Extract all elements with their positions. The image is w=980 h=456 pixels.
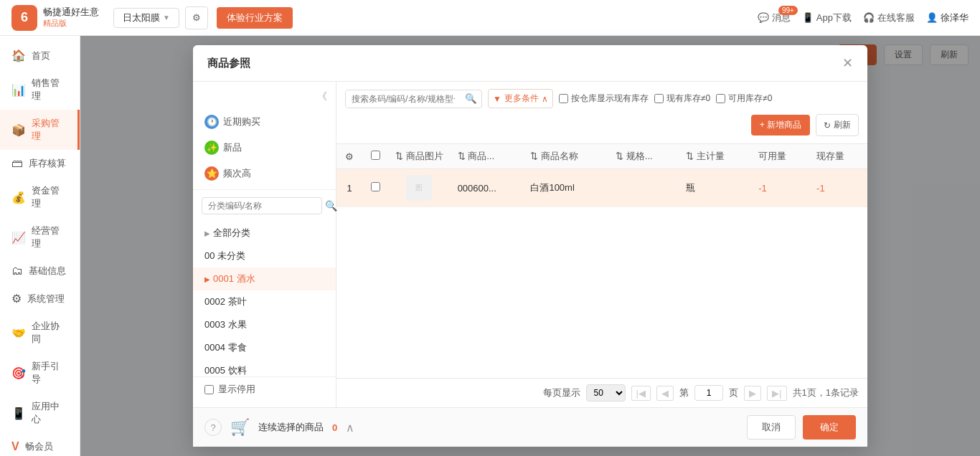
category-search-icon[interactable]: 🔍 (325, 200, 337, 212)
sidebar-item-enterprise[interactable]: 🤝 企业协同 (0, 313, 80, 353)
row-check[interactable] (362, 169, 388, 207)
category-tea[interactable]: 0002 茶叶 (193, 290, 336, 313)
col-available: 可用量 (751, 144, 809, 169)
service-link[interactable]: 🎧 在线客服 (863, 11, 915, 24)
close-button[interactable]: ✕ (842, 55, 853, 71)
logo-area: 6 畅捷通好生意 精品版 (11, 5, 99, 31)
per-page-label: 每页显示 (543, 386, 580, 399)
warehouse-stock-checkbox[interactable]: 按仓库显示现有库存 (559, 92, 649, 105)
add-product-button[interactable]: + 新增商品 (751, 115, 810, 136)
sidebar-item-sales[interactable]: 📊 销售管理 (0, 70, 80, 110)
row-unit: 瓶 (679, 169, 751, 207)
more-filter-button[interactable]: ▼ 更多条件 ∧ (488, 89, 553, 108)
disabled-checkbox-input[interactable] (204, 385, 214, 394)
content-area: 查询 设置 刷新 商品参照 ✕ 《 (80, 36, 980, 456)
category-fruit[interactable]: 0003 水果 (193, 313, 336, 336)
category-liquor[interactable]: ▶ 0001 酒水 (193, 267, 336, 290)
sidebar-item-inventory[interactable]: 🗃 库存核算 (0, 150, 80, 177)
sidebar-item-system[interactable]: ⚙ 系统管理 (0, 285, 80, 313)
first-page-button[interactable]: |◀ (631, 386, 651, 401)
product-search-button[interactable]: 🔍 (461, 93, 481, 104)
collapse-cart-button[interactable]: ∧ (346, 421, 354, 434)
available-nonzero-input[interactable] (716, 94, 725, 103)
left-panel: 《 🕐 近期购买 ✨ 新品 ⭐ 频次高 (193, 82, 336, 407)
sidebar-item-vip[interactable]: V 畅会员 (0, 433, 80, 456)
toolbar-right: + 新增商品 ↻ 刷新 (751, 114, 859, 136)
main-layout: 🏠 首页 📊 销售管理 📦 采购管理 🗃 库存核算 💰 资金管理 📈 经营管理 … (0, 36, 980, 456)
show-disabled-checkbox[interactable]: 显示停用 (204, 383, 324, 396)
row-name: 白酒100ml (523, 169, 608, 207)
refresh-icon: ↻ (824, 120, 831, 130)
product-search-wrap: 🔍 (345, 90, 482, 108)
prev-page-button[interactable]: ◀ (656, 386, 674, 401)
category-tree: ▶ 全部分类 00 未分类 ▶ 0001 酒水 0002 茶 (193, 219, 336, 376)
sidebar-item-purchase[interactable]: 📦 采购管理 (0, 110, 80, 150)
new-product-item[interactable]: ✨ 新品 (193, 135, 336, 161)
confirm-button[interactable]: 确定 (803, 415, 856, 440)
operations-icon: 📈 (11, 231, 26, 244)
page-size-select[interactable]: 50 20 100 (586, 384, 626, 402)
basic-info-icon: 🗂 (11, 265, 23, 277)
table-row[interactable]: 1 图 000600... 白酒100ml (336, 169, 867, 207)
category-search-input[interactable] (202, 197, 322, 214)
category-all[interactable]: ▶ 全部分类 (193, 222, 336, 244)
settings-icon[interactable]: ⚙ (345, 151, 354, 162)
product-table-wrap: ⚙ ⇅ 商品图片 (336, 144, 867, 378)
next-page-button[interactable]: ▶ (744, 386, 761, 401)
inventory-icon: 🗃 (11, 157, 23, 170)
category-uncategorized[interactable]: 00 未分类 (193, 244, 336, 267)
stock-nonzero-checkbox[interactable]: 现有库存≠0 (654, 92, 710, 105)
new-product-icon: ✨ (204, 141, 219, 155)
last-page-button[interactable]: ▶| (767, 386, 786, 401)
sidebar-item-operations[interactable]: 📈 经营管理 (0, 217, 80, 257)
guide-icon: 🎯 (11, 366, 26, 380)
app-download-link[interactable]: 📱 App下载 (802, 11, 852, 24)
cart-icon[interactable]: 🛒 (230, 418, 250, 437)
sidebar-item-home[interactable]: 🏠 首页 (0, 42, 80, 70)
sidebar: 🏠 首页 📊 销售管理 📦 采购管理 🗃 库存核算 💰 资金管理 📈 经营管理 … (0, 36, 80, 456)
sort-icon4: ⇅ (616, 151, 623, 161)
recent-purchase-item[interactable]: 🕐 近期购买 (193, 109, 336, 135)
sidebar-item-basic-info[interactable]: 🗂 基础信息 (0, 257, 80, 285)
modal-overlay: 商品参照 ✕ 《 🕐 近期购买 (80, 36, 980, 456)
col-image: ⇅ 商品图片 (388, 144, 451, 169)
sidebar-item-guide[interactable]: 🎯 新手引导 (0, 353, 80, 393)
cancel-button[interactable]: 取消 (747, 415, 796, 440)
trial-button[interactable]: 体验行业方案 (217, 7, 293, 29)
col-name: ⇅ 商品名称 (523, 144, 608, 169)
product-search-input[interactable] (346, 90, 461, 108)
select-all-checkbox[interactable] (371, 151, 380, 160)
frequent-item[interactable]: ⭐ 频次高 (193, 161, 336, 186)
available-nonzero-checkbox[interactable]: 可用库存≠0 (716, 92, 772, 105)
row-image: 图 (388, 169, 451, 207)
avatar: 👤 (926, 12, 938, 23)
help-button[interactable]: ? (204, 419, 222, 436)
app-center-icon: 📱 (11, 407, 26, 420)
tree-arrow-icon: ▶ (204, 229, 210, 237)
collapse-left-icon[interactable]: 《 (317, 90, 327, 103)
home-icon: 🏠 (11, 49, 26, 62)
sidebar-item-finance[interactable]: 💰 资金管理 (0, 177, 80, 217)
enterprise-icon: 🤝 (11, 326, 26, 340)
sort-icon5: ⇅ (686, 151, 694, 161)
left-panel-header: 《 (193, 87, 336, 109)
nav-dropdown[interactable]: 日太阳膜 ▼ (113, 8, 179, 28)
message-icon: 💬 (758, 12, 769, 23)
purchase-icon: 📦 (11, 123, 26, 137)
sidebar-item-app-center[interactable]: 📱 应用中心 (0, 393, 80, 433)
page-input[interactable]: 1 (694, 385, 723, 401)
stock-nonzero-input[interactable] (654, 94, 664, 103)
refresh-product-button[interactable]: ↻ 刷新 (816, 114, 859, 136)
messages-link[interactable]: 💬 消息 99+ (758, 11, 791, 24)
category-beverage[interactable]: 0005 饮料 (193, 359, 336, 376)
table-body: 1 图 000600... 白酒100ml (336, 169, 867, 207)
left-panel-footer: 显示停用 (193, 376, 336, 402)
gear-icon[interactable]: ⚙ (185, 6, 208, 29)
user-area[interactable]: 👤 徐泽华 (926, 11, 969, 24)
category-snack[interactable]: 0004 零食 (193, 336, 336, 359)
sort-icon: ⇅ (395, 151, 403, 161)
modal-footer: ? 🛒 连续选择的商品 0 ∧ 取消 确定 (193, 407, 867, 447)
row-checkbox[interactable] (371, 182, 380, 191)
row-stock: -1 (809, 169, 867, 207)
warehouse-stock-input[interactable] (559, 94, 568, 103)
